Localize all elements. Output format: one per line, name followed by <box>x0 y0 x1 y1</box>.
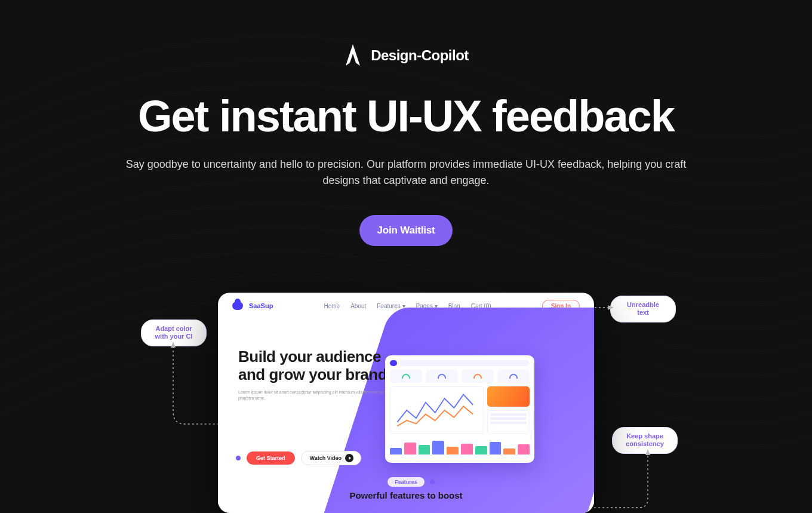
gauge-icon <box>426 370 458 383</box>
mockup-get-started-button: Get Started <box>247 451 295 465</box>
callout-shape-consistency: Keep shape consistency <box>612 427 678 454</box>
mockup-hero-buttons: Get Started Watch Video <box>236 451 361 465</box>
mockup-hero-text: Build your audience and grow your brand … <box>238 348 387 401</box>
mockup-watch-video-button: Watch Video <box>301 451 362 465</box>
gauge-icon <box>497 370 530 383</box>
mockup-nav-item: Home <box>324 303 340 309</box>
hero-subhead: Say goodbye to uncertainty and hello to … <box>125 156 687 189</box>
mockup-transactions <box>487 410 530 434</box>
mockup-bar-chart <box>390 438 530 454</box>
mockup-hero-title: Build your audience and grow your brand <box>238 348 387 384</box>
hero-headline: Get instant UI-UX feedback <box>138 93 674 140</box>
gauge-icon <box>462 370 494 383</box>
callout-unreadable-text: Unreadble text <box>610 296 676 323</box>
dot-icon <box>236 456 241 460</box>
callout-adapt-color: Adapt color with your CI <box>141 320 207 347</box>
product-illustration: Adapt color with your CI Unreadble text … <box>137 293 675 513</box>
brand-name: Design-Copilot <box>371 47 469 64</box>
mockup-watch-label: Watch Video <box>310 455 342 461</box>
mockup-nav-item: Features ▾ <box>377 303 405 309</box>
mockup-nav-item: About <box>350 303 366 309</box>
mockup-credit-card <box>487 386 530 407</box>
brand: Design-Copilot <box>343 43 469 68</box>
mockup-searchbar <box>401 360 530 366</box>
join-waitlist-button[interactable]: Join Waitlist <box>359 215 453 246</box>
gauge-icon <box>390 370 422 383</box>
cloud-icon <box>390 360 397 366</box>
mockup-dashboard-card <box>385 355 534 463</box>
mockup-line-chart <box>390 386 484 434</box>
cloud-icon <box>232 302 243 310</box>
mockup-app-name: SaaSup <box>249 302 273 309</box>
play-icon <box>345 454 353 462</box>
logo-icon <box>343 43 362 68</box>
mockup-features-strip: Features Powerful features to boost <box>218 471 594 513</box>
dot-icon <box>430 480 435 484</box>
mockup-hero-sub: Lorem ipsum dolor sit amet consectetur a… <box>238 389 387 401</box>
mockup-features-pill: Features <box>387 477 425 487</box>
mockup-features-title: Powerful features to boost <box>349 490 462 500</box>
mockup-brand: SaaSup <box>232 302 273 310</box>
mockup-browser: SaaSup Home About Features ▾ Pages ▾ Blo… <box>218 293 594 513</box>
